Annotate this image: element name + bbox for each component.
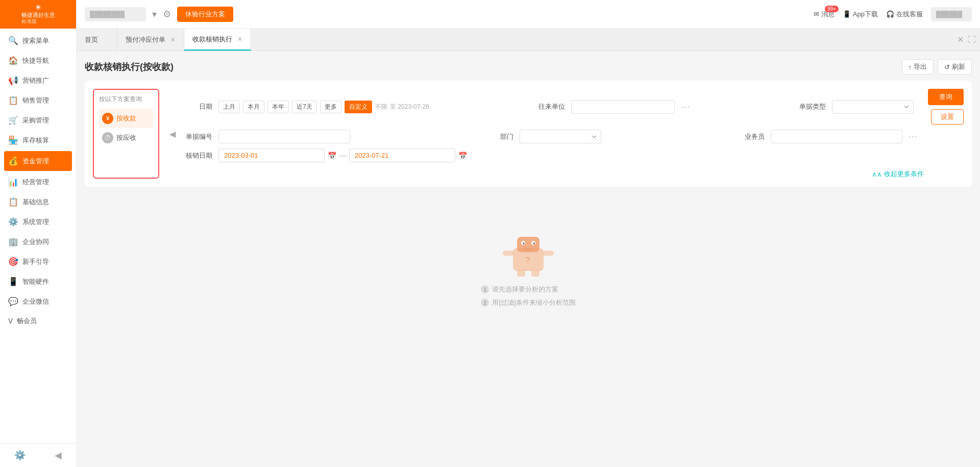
- logo-text: 畅捷通好生意 标准版: [21, 12, 55, 24]
- tab-prepay[interactable]: 预付冲应付单 ✕: [117, 29, 184, 51]
- filter-by-receivable-label: 按应收: [116, 133, 136, 142]
- sidebar-item-sales[interactable]: 📋 销售管理: [0, 90, 76, 110]
- date-btn-this-year[interactable]: 本年: [267, 101, 289, 113]
- date-btn-this-month[interactable]: 本月: [243, 101, 264, 113]
- sidebar-item-inventory[interactable]: 🏪 库存核算: [0, 130, 76, 150]
- sidebar-item-label: 销售管理: [22, 96, 49, 105]
- date-btn-7days[interactable]: 近7天: [292, 101, 317, 113]
- salesperson-dots[interactable]: ···: [909, 131, 918, 142]
- prepay-tab-close[interactable]: ✕: [170, 36, 176, 43]
- sidebar-item-guide[interactable]: 🎯 新手引导: [0, 252, 76, 272]
- filter-by-receivable[interactable]: ⏱ 按应收: [99, 128, 153, 148]
- topbar-actions: ✉ 消息 99+ 📱 App下载 🎧 在线客服 ██████: [814, 7, 972, 21]
- tip-text-1: 请先选择要分析的方案: [492, 285, 558, 294]
- hardware-icon: 📱: [8, 277, 18, 286]
- sidebar-item-wechat[interactable]: 💬 企业微信: [0, 291, 76, 311]
- collapse-sidebar-icon[interactable]: ◀: [55, 450, 62, 461]
- salesperson-label: 业务员: [734, 132, 765, 141]
- svg-point-6: [523, 242, 525, 244]
- refresh-btn[interactable]: ↺ 刷新: [938, 59, 972, 75]
- sidebar-item-marketing[interactable]: 📢 营销推广: [0, 70, 76, 90]
- guide-icon: 🎯: [8, 257, 18, 266]
- verify-date-label: 核销日期: [182, 151, 212, 160]
- industry-btn[interactable]: 休验行业方案: [177, 7, 233, 22]
- tab-close-all-icon[interactable]: ✕: [957, 35, 964, 44]
- date-btn-custom[interactable]: 自定义: [345, 101, 372, 113]
- dept-label: 部门: [483, 132, 513, 141]
- svg-rect-9: [543, 251, 554, 256]
- sidebar-item-label: 企业协同: [22, 237, 49, 247]
- sidebar-item-search[interactable]: 🔍 搜索菜单: [0, 31, 76, 51]
- sales-icon: 📋: [8, 95, 18, 105]
- prepay-tab-label: 预付冲应付单: [126, 35, 165, 44]
- collapse-more-label: 收起更多条件: [884, 169, 924, 179]
- settings-bottom-icon[interactable]: ⚙️: [14, 450, 26, 461]
- sidebar-item-label: 企业微信: [22, 297, 49, 306]
- export-icon: ↑: [909, 63, 912, 71]
- sidebar-item-system[interactable]: ⚙️ 系统管理: [0, 212, 76, 232]
- message-action[interactable]: ✉ 消息 99+: [814, 10, 835, 19]
- topbar-brand: ████████: [85, 7, 146, 21]
- doc-type-label: 单据类型: [795, 102, 826, 111]
- tip-num-2: 2: [481, 299, 489, 307]
- sidebar-item-hardware[interactable]: 📱 智能硬件: [0, 272, 76, 291]
- counterparty-input[interactable]: [571, 100, 675, 114]
- filter-collapse-btn[interactable]: ◀: [167, 89, 178, 179]
- receipt-verify-tab-close[interactable]: ✕: [237, 36, 242, 43]
- empty-svg-icon: ?: [498, 228, 559, 279]
- vip-icon: V: [8, 317, 13, 325]
- app-download-action[interactable]: 📱 App下载: [843, 10, 878, 19]
- dept-select[interactable]: [520, 130, 601, 143]
- receipt-verify-tab-label: 收款核销执行: [192, 35, 232, 44]
- svg-point-7: [533, 242, 535, 244]
- sidebar-item-label: 资金管理: [22, 157, 49, 166]
- export-btn[interactable]: ↑ 导出: [902, 59, 934, 75]
- sidebar-item-vip[interactable]: V 畅会员: [0, 311, 76, 331]
- online-service-action[interactable]: 🎧 在线客服: [886, 10, 923, 19]
- page-title-actions: ↑ 导出 ↺ 刷新: [902, 59, 972, 75]
- doc-type-select[interactable]: [832, 100, 914, 114]
- topbar-dropdown-icon[interactable]: ▾: [152, 9, 157, 20]
- sidebar-item-enterprise[interactable]: 🏢 企业协同: [0, 232, 76, 252]
- verify-date-end-cal-icon[interactable]: 📅: [458, 152, 467, 160]
- tabbar: 首页 预付冲应付单 ✕ 收款核销执行 ✕ ✕ ⛶: [77, 29, 980, 51]
- tab-home[interactable]: 首页: [77, 29, 117, 51]
- date-label: 日期: [182, 102, 212, 111]
- date-range-text: 不限 至 2023-07-26: [375, 103, 429, 111]
- sidebar-bottom: ⚙️ ◀: [0, 443, 76, 467]
- topbar-gear-icon[interactable]: ⚙: [163, 9, 171, 20]
- verify-date-start-cal-icon[interactable]: 📅: [328, 152, 336, 160]
- logo-icon: 畅: [30, 4, 46, 11]
- sidebar-item-finance[interactable]: 💰 资金管理: [4, 151, 72, 171]
- filter-by-receipt[interactable]: ¥ 按收款: [99, 109, 153, 128]
- topbar-user: ██████: [931, 7, 972, 21]
- message-icon: ✉: [814, 10, 819, 18]
- doc-no-input[interactable]: [218, 130, 350, 143]
- system-icon: ⚙️: [8, 217, 18, 227]
- verify-date-end-input[interactable]: [349, 149, 455, 162]
- svg-text:畅: 畅: [37, 5, 40, 9]
- counterparty-dots[interactable]: ···: [681, 102, 690, 112]
- tab-expand-icon[interactable]: ⛶: [968, 35, 976, 44]
- date-btn-more[interactable]: 更多: [320, 101, 341, 113]
- sidebar-item-label: 基础信息: [22, 198, 49, 207]
- salesperson-input[interactable]: [771, 130, 902, 143]
- finance-icon: 💰: [8, 156, 18, 166]
- export-label: 导出: [914, 62, 927, 71]
- sidebar-item-basic-info[interactable]: 📋 基础信息: [0, 192, 76, 212]
- home-icon: 🏠: [8, 56, 18, 65]
- date-btn-last-month[interactable]: 上月: [218, 101, 240, 113]
- brand-name: ████████: [90, 11, 125, 18]
- wechat-icon: 💬: [8, 297, 18, 306]
- sidebar-item-operations[interactable]: 📊 经营管理: [0, 172, 76, 192]
- verify-date-start-input[interactable]: [218, 149, 325, 162]
- query-btn[interactable]: 查询: [928, 89, 964, 105]
- tab-receipt-verify[interactable]: 收款核销执行 ✕: [184, 29, 251, 51]
- filter-sidebar-title: 按以下方案查询: [99, 95, 153, 104]
- tip-num-1: 1: [481, 285, 489, 293]
- settings-btn[interactable]: 设置: [931, 109, 964, 125]
- enterprise-icon: 🏢: [8, 237, 18, 247]
- collapse-more-btn[interactable]: ∧∧ 收起更多条件: [872, 169, 924, 179]
- sidebar-item-quick-nav[interactable]: 🏠 快捷导航: [0, 51, 76, 70]
- sidebar-item-purchase[interactable]: 🛒 采购管理: [0, 110, 76, 130]
